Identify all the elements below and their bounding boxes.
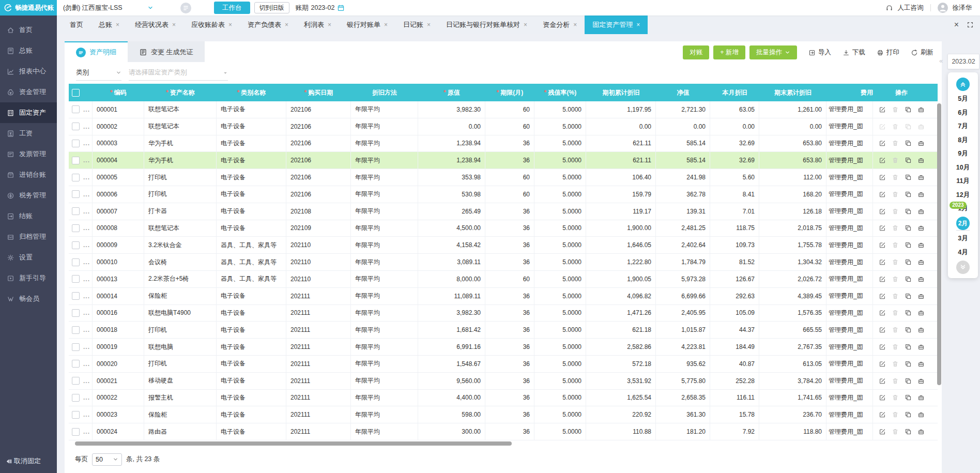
- avatar[interactable]: [938, 3, 948, 13]
- voucher-icon[interactable]: [917, 123, 925, 130]
- edit-icon[interactable]: [879, 191, 886, 198]
- tab-经营状况表[interactable]: 经营状况表×: [127, 16, 183, 34]
- copy-icon[interactable]: [905, 360, 912, 368]
- edit-icon[interactable]: [879, 208, 886, 215]
- unpin-sidebar-button[interactable]: 取消固定: [5, 456, 41, 466]
- subtab-资产明细[interactable]: 资产明细: [65, 41, 128, 62]
- voucher-icon[interactable]: [917, 293, 925, 300]
- table-row[interactable]: ...000004华为手机电子设备202106年限平均1,238.94365.0…: [69, 152, 938, 169]
- month-item-9月[interactable]: 9月: [958, 148, 968, 160]
- tab-资金分析[interactable]: 资金分析×: [535, 16, 585, 34]
- delete-icon[interactable]: [892, 241, 899, 249]
- month-item-3月[interactable]: 3月: [958, 233, 968, 245]
- accounting-period[interactable]: 账期 2023-02: [296, 4, 345, 12]
- vertical-scrollbar[interactable]: [937, 103, 941, 385]
- drag-handle-icon[interactable]: ...: [82, 305, 93, 322]
- delete-icon[interactable]: [892, 309, 899, 316]
- row-checkbox[interactable]: [72, 343, 80, 351]
- tab-固定资产管理[interactable]: 固定资产管理×: [585, 16, 648, 34]
- copy-icon[interactable]: [905, 276, 912, 283]
- delete-icon[interactable]: [892, 411, 899, 418]
- row-checkbox[interactable]: [72, 241, 80, 249]
- tab-close-icon[interactable]: ×: [328, 21, 331, 28]
- month-item-2月[interactable]: 2月: [956, 217, 970, 231]
- tab-close-icon[interactable]: ×: [573, 21, 577, 28]
- copy-icon[interactable]: [905, 224, 912, 232]
- table-row[interactable]: ...000010会议椅器具、工具、家具等202110年限平均3,089.113…: [69, 254, 938, 271]
- copy-icon[interactable]: [905, 191, 912, 198]
- row-checkbox[interactable]: [72, 360, 80, 368]
- edit-icon[interactable]: [879, 123, 886, 130]
- table-row[interactable]: ...000014保险柜电子设备202111年限平均11,089.11365.0…: [69, 288, 938, 305]
- row-checkbox[interactable]: [72, 309, 80, 317]
- select-all-checkbox[interactable]: [72, 89, 80, 97]
- scroll-months-down-button[interactable]: [956, 261, 970, 274]
- delete-icon[interactable]: [892, 343, 899, 350]
- horizontal-scrollbar[interactable]: [75, 441, 512, 446]
- month-item-11月[interactable]: 11月: [956, 176, 970, 187]
- copy-icon[interactable]: [905, 106, 912, 113]
- delete-icon[interactable]: [892, 140, 899, 147]
- drag-handle-icon[interactable]: ...: [82, 203, 93, 220]
- month-item-12月[interactable]: 12月: [956, 189, 970, 201]
- sidebar-item-固定资产[interactable]: 固定资产: [0, 102, 57, 123]
- row-checkbox[interactable]: [72, 411, 80, 419]
- delete-icon[interactable]: [892, 224, 899, 232]
- voucher-icon[interactable]: [917, 309, 925, 316]
- month-item-1月[interactable]: 20231月: [958, 203, 968, 215]
- tab-close-icon[interactable]: ×: [285, 21, 288, 28]
- sidebar-item-设置[interactable]: 设置: [0, 247, 57, 268]
- delete-icon[interactable]: [892, 106, 899, 113]
- edit-icon[interactable]: [879, 224, 886, 232]
- edit-icon[interactable]: [879, 258, 886, 266]
- download-button[interactable]: 下载: [843, 48, 865, 57]
- sidebar-item-归档管理[interactable]: 归档管理: [0, 226, 57, 247]
- delete-icon[interactable]: [892, 276, 899, 283]
- row-checkbox[interactable]: [72, 326, 80, 334]
- delete-icon[interactable]: [892, 326, 899, 333]
- delete-icon[interactable]: [892, 293, 899, 300]
- table-row[interactable]: ...000022报警主机电子设备202111年限平均4,400.00365.0…: [69, 390, 938, 407]
- voucher-icon[interactable]: [917, 241, 925, 249]
- voucher-icon[interactable]: [917, 360, 925, 368]
- sidebar-item-新手引导[interactable]: 新手引导: [0, 268, 57, 288]
- drag-handle-icon[interactable]: ...: [82, 135, 93, 152]
- account-set-select[interactable]: (勿删) 江西服宝-LSS: [63, 4, 154, 12]
- notes-icon[interactable]: [180, 3, 191, 13]
- delete-icon[interactable]: [892, 258, 899, 266]
- row-checkbox[interactable]: [72, 428, 80, 436]
- delete-icon[interactable]: [892, 191, 899, 198]
- tab-银行对账单[interactable]: 银行对账单×: [339, 16, 395, 34]
- table-row[interactable]: ...000002联想笔记本电子设备202106年限平均0.00605.0000…: [69, 118, 938, 135]
- row-checkbox[interactable]: [72, 292, 80, 300]
- table-row[interactable]: ...0000093.2米钛合金器具、工具、家具等202110年限平均4,158…: [69, 237, 938, 254]
- drag-handle-icon[interactable]: ...: [82, 101, 93, 118]
- drag-handle-icon[interactable]: ...: [82, 169, 93, 186]
- edit-icon[interactable]: [879, 360, 886, 368]
- row-checkbox[interactable]: [72, 394, 80, 402]
- fullscreen-icon[interactable]: [967, 21, 974, 28]
- copy-icon[interactable]: [905, 258, 912, 266]
- row-checkbox[interactable]: [72, 275, 80, 283]
- delete-icon[interactable]: [892, 360, 899, 368]
- tab-close-icon[interactable]: ×: [524, 21, 527, 28]
- copy-icon[interactable]: [905, 309, 912, 316]
- edit-icon[interactable]: [879, 309, 886, 316]
- edit-icon[interactable]: [879, 241, 886, 249]
- drag-handle-icon[interactable]: ...: [82, 423, 93, 440]
- voucher-icon[interactable]: [917, 157, 925, 164]
- copy-icon[interactable]: [905, 157, 912, 164]
- sidebar-item-进销台账[interactable]: 进销台账: [0, 164, 57, 185]
- drag-handle-icon[interactable]: ...: [82, 186, 93, 203]
- table-row[interactable]: ...000019联想电脑电子设备202111年限平均6,991.16365.0…: [69, 339, 938, 356]
- sidebar-item-畅会员[interactable]: 畅会员: [0, 288, 57, 309]
- month-item-7月[interactable]: 7月: [958, 121, 968, 132]
- month-item-10月[interactable]: 10月: [956, 162, 970, 173]
- scroll-months-up-button[interactable]: [956, 78, 970, 91]
- copy-icon[interactable]: [905, 140, 912, 147]
- edit-icon[interactable]: [879, 106, 886, 113]
- username[interactable]: 徐泽华: [953, 4, 972, 12]
- month-item-4月[interactable]: 4月: [958, 247, 968, 258]
- tab-利润表[interactable]: 利润表×: [296, 16, 339, 34]
- voucher-icon[interactable]: [917, 343, 925, 350]
